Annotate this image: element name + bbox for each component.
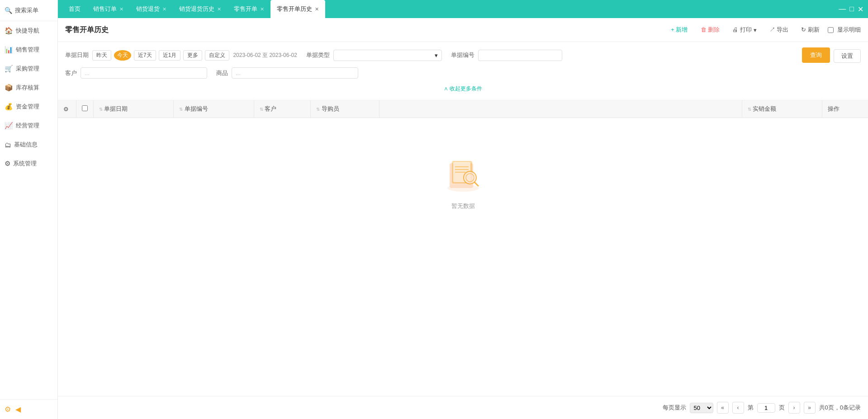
table-area: ⚙ ⇅ 单据日期 ⇅ 单据编号 ⇅ 客户 ⇅ 导购员 ⇅ 实销金额 操作 [58, 100, 868, 396]
date-btn-yesterday[interactable]: 昨天 [92, 50, 111, 61]
product-filter: 商品 ... [216, 67, 358, 79]
type-select[interactable]: ▾ [333, 50, 442, 61]
sidebar-search[interactable]: 🔍 搜索采单 [0, 0, 57, 21]
type-label: 单据类型 [306, 51, 330, 59]
tab-close-sales-order[interactable]: ✕ [119, 6, 123, 12]
print-button[interactable]: 🖨 打印 ▾ [728, 24, 761, 36]
nav-icon-operation: 📈 [5, 122, 13, 130]
date-btn-more[interactable]: 更多 [183, 50, 202, 61]
pagination-last-btn[interactable]: » [804, 402, 816, 414]
toolbar: + 新增 🗑 删除 🖨 打印 ▾ ↗ 导出 ↻ 刷新 显示明细 [666, 24, 861, 36]
export-button[interactable]: ↗ 导出 [765, 24, 793, 36]
date-btn-1month[interactable]: 近1月 [159, 50, 181, 61]
sidebar-search-label: 搜索采单 [15, 6, 38, 14]
product-label: 商品 [216, 69, 228, 77]
tab-bar-right: — □ ✕ [839, 5, 863, 14]
product-select[interactable]: ... [232, 67, 358, 79]
tab-retail-open[interactable]: 零售开单✕ [228, 0, 270, 18]
window-minimize-btn[interactable]: — [839, 5, 846, 13]
th-checkbox[interactable] [76, 100, 93, 118]
customer-filter: 客户 ... [65, 67, 207, 79]
sidebar-nav: 🏠快捷导航📊销售管理🛒采购管理📦库存核算💰资金管理📈经营管理🗂基础信息⚙系统管理 [0, 21, 57, 399]
tab-sales-return[interactable]: 销货退货✕ [130, 0, 173, 18]
sidebar-bottom: ⚙ ◀ [0, 399, 57, 419]
tab-label-home: 首页 [69, 5, 81, 13]
sidebar-item-operation[interactable]: 📈经营管理 [0, 116, 57, 135]
refresh-button[interactable]: ↻ 刷新 [797, 24, 824, 36]
window-close-btn[interactable]: ✕ [858, 5, 863, 14]
empty-state-icon [441, 154, 486, 195]
window-maximize-btn[interactable]: □ [849, 5, 854, 13]
sidebar-item-quick-nav[interactable]: 🏠快捷导航 [0, 21, 57, 40]
th-amount[interactable]: ⇅ 实销金额 [742, 100, 822, 118]
page-input[interactable] [757, 403, 775, 413]
tab-label-sales-order: 销售订单 [93, 5, 117, 13]
sort-icon: ⇅ [748, 107, 751, 112]
date-range-display: 2023-06-02 至 2023-06-02 [233, 52, 297, 59]
page-prefix: 第 [748, 404, 754, 412]
chevron-down-icon: ▾ [754, 27, 757, 33]
page-header: 零售开单历史 + 新增 🗑 删除 🖨 打印 ▾ ↗ 导出 ↻ 刷新 显示明细 [58, 18, 868, 42]
date-btn-custom[interactable]: 自定义 [205, 50, 229, 61]
tab-close-sales-return[interactable]: ✕ [162, 6, 166, 12]
sidebar-item-finance[interactable]: 💰资金管理 [0, 97, 57, 116]
empty-text: 暂无数据 [451, 202, 475, 210]
filter-row-2: 客户 ... 商品 ... [65, 67, 861, 79]
filter-area: 单据日期 昨天 今天 近7天 近1月 更多 自定义 2023-06-02 至 2… [58, 42, 868, 100]
date-btn-7days[interactable]: 近7天 [134, 50, 156, 61]
th-salesperson[interactable]: ⇅ 导购员 [311, 100, 379, 118]
th-date[interactable]: ⇅ 单据日期 [93, 100, 174, 118]
sidebar-settings-icon[interactable]: ⚙ [5, 405, 11, 414]
delete-button[interactable]: 🗑 删除 [696, 24, 725, 36]
tab-close-sales-return-history[interactable]: ✕ [217, 6, 221, 12]
sidebar-item-basic-info[interactable]: 🗂基础信息 [0, 135, 57, 154]
tab-home[interactable]: 首页 [62, 0, 87, 18]
th-order-no[interactable]: ⇅ 单据编号 [174, 100, 254, 118]
tab-sales-return-history[interactable]: 销货退货历史✕ [173, 0, 228, 18]
tab-label-sales-return-history: 销货退货历史 [179, 5, 214, 13]
type-filter: 单据类型 ▾ [306, 50, 442, 61]
table-body: 暂无数据 [58, 118, 868, 247]
nav-icon-quick-nav: 🏠 [5, 27, 13, 35]
sort-icon: ⇅ [316, 107, 320, 112]
sidebar-item-label-quick-nav: 快捷导航 [16, 27, 39, 35]
product-placeholder: ... [236, 70, 354, 76]
sidebar-item-label-operation: 经营管理 [16, 122, 39, 130]
customer-select[interactable]: ... [81, 67, 207, 79]
select-all-checkbox[interactable] [82, 105, 88, 111]
svg-line-8 [474, 182, 478, 186]
collapse-button[interactable]: ∧ 收起更多条件 [65, 83, 861, 94]
pagination-prev-btn[interactable]: ‹ [732, 402, 744, 414]
sidebar-collapse-icon[interactable]: ◀ [15, 405, 21, 414]
page-suffix: 页 [779, 404, 785, 412]
add-button[interactable]: + 新增 [666, 24, 692, 36]
sidebar-item-inventory[interactable]: 📦库存核算 [0, 78, 57, 97]
customer-label: 客户 [65, 69, 77, 77]
display-toggle[interactable]: 显示明细 [828, 26, 861, 34]
display-toggle-checkbox[interactable] [828, 27, 834, 33]
nav-icon-basic-info: 🗂 [5, 141, 11, 149]
sidebar-item-purchase-mgmt[interactable]: 🛒采购管理 [0, 59, 57, 78]
settings-button[interactable]: 设置 [834, 49, 861, 63]
sidebar-item-sales-mgmt[interactable]: 📊销售管理 [0, 40, 57, 59]
sidebar-item-system-mgmt[interactable]: ⚙系统管理 [0, 154, 57, 173]
pagination-first-btn[interactable]: « [717, 402, 729, 414]
pagination-next-btn[interactable]: › [788, 402, 800, 414]
per-page-select[interactable]: 50 10 20 100 [690, 403, 713, 413]
date-btn-today[interactable]: 今天 [114, 50, 131, 61]
order-no-filter: 单据编号 [451, 50, 562, 61]
th-settings[interactable]: ⚙ [58, 100, 76, 118]
date-quick-filters: 昨天 今天 近7天 近1月 更多 自定义 [92, 50, 229, 61]
order-no-input[interactable] [478, 50, 562, 61]
th-action: 操作 [822, 100, 868, 118]
content-area: 零售开单历史 + 新增 🗑 删除 🖨 打印 ▾ ↗ 导出 ↻ 刷新 显示明细 [58, 18, 868, 419]
sidebar-item-label-finance: 资金管理 [16, 103, 39, 111]
tab-retail-open-history[interactable]: 零售开单历史✕ [270, 0, 325, 18]
nav-icon-sales-mgmt: 📊 [5, 46, 13, 54]
tab-close-retail-open-history[interactable]: ✕ [315, 6, 319, 12]
th-customer[interactable]: ⇅ 客户 [254, 100, 311, 118]
tab-close-retail-open[interactable]: ✕ [260, 6, 264, 12]
query-button[interactable]: 查询 [802, 47, 830, 63]
page-title: 零售开单历史 [65, 25, 109, 35]
tab-sales-order[interactable]: 销售订单✕ [87, 0, 130, 18]
